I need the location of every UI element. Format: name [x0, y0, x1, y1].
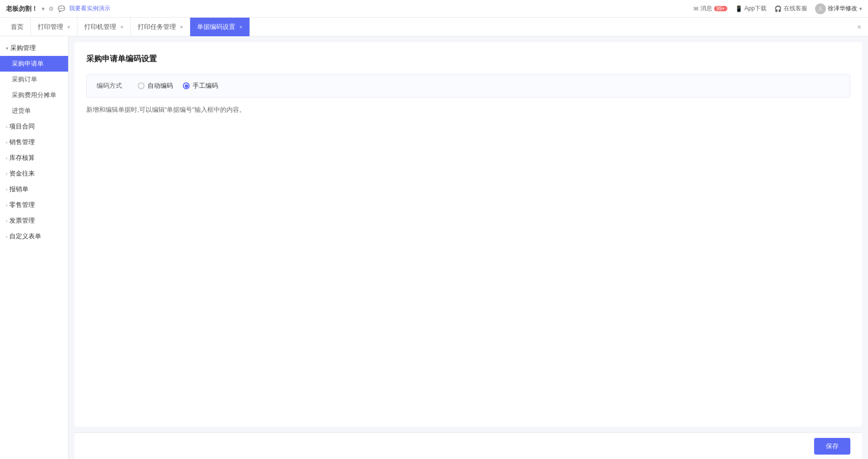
top-bar: 老板勿割！ ▾ ⚙ 💬 我要看实例演示 ✉ 消息 99+ 📱 App下载 🎧 在… — [0, 0, 868, 18]
avatar: 人 — [815, 3, 826, 14]
user-section[interactable]: 人 徐泽华修改 ▾ — [815, 3, 862, 14]
sales-expand-icon: › — [6, 140, 7, 145]
tab-printer-manage-close[interactable]: × — [120, 24, 123, 30]
demo-link-icon: 💬 — [58, 5, 65, 12]
manual-code-option[interactable]: 手工编码 — [183, 81, 218, 90]
user-chevron-icon: ▾ — [859, 5, 862, 12]
tab-print-manage[interactable]: 打印管理 × — [31, 18, 77, 36]
sidebar-group-returns-header[interactable]: › 报销单 — [0, 181, 68, 197]
sidebar-group-custom-form-header[interactable]: › 自定义表单 — [0, 229, 68, 244]
auto-code-option[interactable]: 自动编码 — [138, 81, 173, 90]
demo-link[interactable]: 我要看实例演示 — [69, 4, 110, 13]
sidebar-group-sales-label: 销售管理 — [9, 138, 35, 147]
tab-print-manage-close[interactable]: × — [67, 24, 70, 30]
message-badge: 99+ — [714, 6, 727, 11]
content-inner: 采购申请单编码设置 编码方式 自动编码 手工编码 — [74, 42, 862, 427]
message-icon: ✉ — [694, 5, 698, 12]
tab-barcode-setting-label: 单据编码设置 — [197, 23, 235, 31]
message-section[interactable]: ✉ 消息 99+ — [694, 4, 727, 13]
sidebar-group-retail-header[interactable]: › 零售管理 — [0, 197, 68, 213]
sidebar-item-purchase-request-label: 采购申请单 — [12, 60, 44, 67]
sidebar-group-retail-label: 零售管理 — [9, 201, 35, 209]
sidebar-item-stock-in[interactable]: 进货单 — [0, 103, 68, 119]
sidebar-item-purchase-expense-label: 采购费用分摊单 — [12, 91, 56, 99]
sidebar-group-capital: › 资金往来 — [0, 166, 68, 181]
manual-code-radio[interactable] — [183, 82, 190, 89]
coding-method-row: 编码方式 自动编码 手工编码 — [97, 81, 840, 90]
sidebar-group-project-header[interactable]: › 项目合同 — [0, 119, 68, 134]
hint-text: 新增和编辑单据时,可以编辑"单据编号"输入框中的内容。 — [86, 105, 850, 114]
chevron-down-icon[interactable]: ▾ — [42, 5, 45, 12]
purchase-collapse-icon: ▾ — [6, 46, 8, 51]
app-download-icon: 📱 — [735, 5, 743, 12]
sidebar-group-custom-form: › 自定义表单 — [0, 229, 68, 244]
sidebar-group-purchase-label: 采购管理 — [10, 44, 36, 52]
sidebar-group-custom-form-label: 自定义表单 — [9, 232, 41, 241]
message-label: 消息 — [700, 4, 712, 13]
online-service-section[interactable]: 🎧 在线客服 — [774, 4, 807, 13]
sidebar-group-inventory: › 库存核算 — [0, 150, 68, 166]
sidebar-group-invoice: › 发票管理 — [0, 213, 68, 229]
online-service-label: 在线客服 — [784, 4, 807, 13]
sidebar-group-capital-header[interactable]: › 资金往来 — [0, 166, 68, 181]
tab-barcode-setting[interactable]: 单据编码设置 × — [190, 18, 249, 36]
app-download-section[interactable]: 📱 App下载 — [735, 4, 767, 13]
sidebar-group-capital-label: 资金往来 — [9, 169, 35, 178]
tab-print-task[interactable]: 打印任务管理 × — [131, 18, 190, 36]
username: 徐泽华修改 — [828, 4, 857, 13]
save-button[interactable]: 保存 — [814, 438, 850, 455]
coding-method-section: 编码方式 自动编码 手工编码 — [86, 74, 850, 98]
sidebar-group-returns: › 报销单 — [0, 181, 68, 197]
sidebar-item-purchase-order[interactable]: 采购订单 — [0, 72, 68, 87]
sidebar-group-sales-header[interactable]: › 销售管理 — [0, 134, 68, 150]
sidebar-group-purchase: ▾ 采购管理 采购申请单 采购订单 采购费用分摊单 进货单 — [0, 40, 68, 119]
project-expand-icon: › — [6, 124, 7, 129]
tab-printer-manage[interactable]: 打印机管理 × — [77, 18, 130, 36]
returns-expand-icon: › — [6, 187, 7, 192]
tab-bar-end: × — [854, 22, 864, 32]
tab-home[interactable]: 首页 — [4, 18, 31, 36]
auto-code-label: 自动编码 — [148, 81, 173, 90]
sidebar-group-sales: › 销售管理 — [0, 134, 68, 150]
auto-code-radio[interactable] — [138, 82, 145, 89]
coding-method-label: 编码方式 — [97, 81, 126, 90]
sidebar-group-purchase-header[interactable]: ▾ 采购管理 — [0, 40, 68, 56]
sidebar-group-inventory-header[interactable]: › 库存核算 — [0, 150, 68, 166]
manual-code-label: 手工编码 — [193, 81, 218, 90]
sidebar-group-invoice-header[interactable]: › 发票管理 — [0, 213, 68, 229]
invoice-expand-icon: › — [6, 218, 7, 224]
app-logo: 老板勿割！ — [6, 4, 38, 13]
footer-bar: 保存 — [74, 433, 862, 459]
sidebar-item-purchase-order-label: 采购订单 — [12, 76, 37, 83]
sidebar-item-purchase-request[interactable]: 采购申请单 — [0, 56, 68, 72]
custom-form-expand-icon: › — [6, 234, 7, 239]
tab-barcode-setting-close[interactable]: × — [239, 24, 242, 30]
sidebar-group-project: › 项目合同 — [0, 119, 68, 134]
sidebar-group-returns-label: 报销单 — [9, 185, 28, 194]
sidebar-item-purchase-expense[interactable]: 采购费用分摊单 — [0, 87, 68, 103]
tab-print-manage-label: 打印管理 — [38, 23, 63, 31]
content-area: 采购申请单编码设置 编码方式 自动编码 手工编码 — [69, 36, 868, 459]
sidebar-group-inventory-label: 库存核算 — [9, 153, 35, 162]
sidebar: ▾ 采购管理 采购申请单 采购订单 采购费用分摊单 进货单 › 项目合同 — [0, 36, 69, 459]
coding-method-radio-group: 自动编码 手工编码 — [138, 81, 218, 90]
tab-print-task-label: 打印任务管理 — [138, 23, 176, 31]
tab-bar: 首页 打印管理 × 打印机管理 × 打印任务管理 × 单据编码设置 × × — [0, 18, 868, 36]
retail-expand-icon: › — [6, 203, 7, 208]
close-all-button[interactable]: × — [854, 22, 864, 32]
tab-home-label: 首页 — [11, 23, 24, 31]
main-layout: ▾ 采购管理 采购申请单 采购订单 采购费用分摊单 进货单 › 项目合同 — [0, 36, 868, 459]
sidebar-group-retail: › 零售管理 — [0, 197, 68, 213]
gear-icon[interactable]: ⚙ — [49, 5, 54, 12]
top-bar-left: 老板勿割！ ▾ ⚙ 💬 我要看实例演示 — [6, 4, 110, 13]
app-download-label: App下载 — [744, 4, 767, 13]
online-service-icon: 🎧 — [774, 5, 782, 12]
capital-expand-icon: › — [6, 171, 7, 177]
sidebar-group-project-label: 项目合同 — [9, 122, 35, 131]
inventory-expand-icon: › — [6, 155, 7, 161]
page-title: 采购申请单编码设置 — [86, 54, 850, 64]
top-bar-right: ✉ 消息 99+ 📱 App下载 🎧 在线客服 人 徐泽华修改 ▾ — [694, 3, 862, 14]
sidebar-item-stock-in-label: 进货单 — [12, 107, 31, 114]
sidebar-group-invoice-label: 发票管理 — [9, 216, 35, 225]
tab-print-task-close[interactable]: × — [180, 24, 183, 30]
